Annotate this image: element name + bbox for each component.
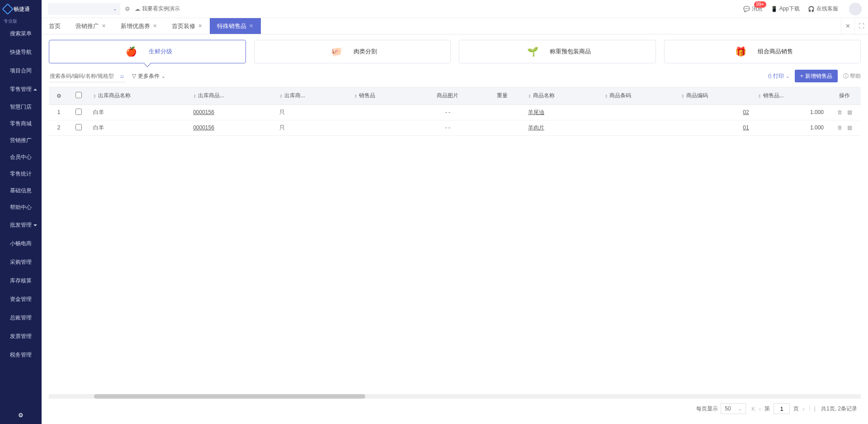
page-tab[interactable]: 首页 <box>42 18 68 34</box>
messages-button[interactable]: 💬 消息 99+ <box>743 5 763 13</box>
demo-label: 我要看实例演示 <box>142 5 180 13</box>
sidebar-item[interactable]: 发票管理 <box>0 327 42 346</box>
add-sale-item-button[interactable]: + 新增销售品 <box>795 70 838 82</box>
cell-barcode <box>600 105 677 120</box>
close-all-tabs[interactable]: ✕ <box>841 18 854 34</box>
first-page-button[interactable]: K <box>751 405 755 412</box>
sidebar-item[interactable]: 搜索菜单 <box>0 24 42 43</box>
close-icon[interactable]: ✕ <box>153 23 157 29</box>
gear-icon: ⚙ <box>18 412 24 419</box>
sidebar-sub-item[interactable]: 营销推广 <box>0 132 42 149</box>
sidebar-sub-item[interactable]: 基础信息 <box>0 182 42 199</box>
top-actions: 💬 消息 99+ 📱 App下载 🎧 在线客服 <box>743 3 862 15</box>
help-button[interactable]: ⓘ 帮助 <box>843 72 861 80</box>
chevron-down-icon: ⌄ <box>113 6 117 11</box>
avatar[interactable] <box>849 3 862 15</box>
page-tab[interactable]: 特殊销售品✕ <box>210 18 261 34</box>
category-tabs: 🍎生鲜分级🐖肉类分割🌱称重预包装商品🎁组合商品销售 <box>49 40 861 63</box>
col-header[interactable]: ▲▼商品名称 <box>524 87 600 105</box>
page-tab[interactable]: 新增优惠券✕ <box>113 18 165 34</box>
scrollbar-thumb[interactable] <box>94 394 365 399</box>
category-tab[interactable]: 🌱称重预包装商品 <box>459 40 656 63</box>
col-header[interactable]: ▲▼销售品 <box>350 87 415 105</box>
delete-icon[interactable]: 🗑 <box>837 109 843 115</box>
toolbar: ⌕ ▽ 更多条件 ⌄ ⎙ 打印 ⌄ + 新增销售品 <box>49 70 861 82</box>
sidebar-item[interactable]: 税务管理 <box>0 346 42 364</box>
horizontal-scrollbar[interactable] <box>49 394 861 399</box>
sidebar-item[interactable]: 总账管理 <box>0 309 42 327</box>
category-label: 肉类分割 <box>354 48 377 56</box>
print-button[interactable]: ⎙ 打印 ⌄ <box>768 72 789 80</box>
col-header[interactable]: ▲▼出库商品名称 <box>89 87 189 105</box>
page-summary: 共1页, 2条记录 <box>821 405 857 413</box>
app-download-button[interactable]: 📱 App下载 <box>771 5 800 13</box>
close-icon[interactable]: ✕ <box>198 23 202 29</box>
row-checkbox[interactable] <box>75 124 82 130</box>
page-size-selector[interactable]: 50 ⌄ <box>721 403 746 414</box>
filter-more[interactable]: ▽ 更多条件 ⌄ <box>132 72 165 80</box>
page-tab[interactable]: 首页装修✕ <box>165 18 210 34</box>
cell-out-unit: 只 <box>275 120 349 135</box>
sidebar-item[interactable]: 资金管理 <box>0 290 42 309</box>
cell-out-name: 白羊 <box>89 105 189 120</box>
support-button[interactable]: 🎧 在线客服 <box>808 5 838 13</box>
prev-page-button[interactable]: ‹ <box>759 405 761 412</box>
close-icon[interactable]: ✕ <box>249 23 253 29</box>
search-input[interactable] <box>49 70 126 82</box>
sidebar-item[interactable]: 批发管理 <box>0 216 42 234</box>
sidebar-sub-item[interactable]: 帮助中心 <box>0 199 42 216</box>
logo: 畅捷通 <box>0 0 42 18</box>
last-page-button[interactable]: 〉| <box>808 405 816 413</box>
sidebar-item[interactable]: 零售管理 <box>0 80 42 99</box>
col-header[interactable]: ▲▼商品编码 <box>677 87 754 105</box>
org-settings-icon[interactable]: ⚙ <box>125 5 130 12</box>
goods-name-link[interactable]: 羊肉片 <box>528 124 544 131</box>
out-code-link[interactable]: 0000156 <box>193 109 214 115</box>
col-header[interactable]: ▲▼出库商品... <box>189 87 275 105</box>
sidebar-item[interactable]: 库存核算 <box>0 272 42 290</box>
sidebar-item[interactable]: 项目合同 <box>0 62 42 80</box>
cell-img: - - <box>415 105 481 120</box>
col-header[interactable]: ▲▼商品条码 <box>600 87 677 105</box>
col-header[interactable]: 商品图片 <box>415 87 481 105</box>
close-icon[interactable]: ✕ <box>102 23 106 29</box>
main: ⌄ ⚙ 我要看实例演示 💬 消息 99+ 📱 App下载 🎧 <box>42 0 868 424</box>
print-icon: ⎙ <box>768 73 771 79</box>
demo-link[interactable]: 我要看实例演示 <box>135 5 180 13</box>
qr-icon[interactable]: ▦ <box>847 124 852 131</box>
fullscreen-button[interactable]: ⛶ <box>854 18 868 34</box>
page-input[interactable] <box>774 403 790 414</box>
goods-code-link[interactable]: 01 <box>743 124 749 131</box>
sidebar-sub-item[interactable]: 智慧门店 <box>0 99 42 115</box>
page-tab[interactable]: 营销推广✕ <box>68 18 113 34</box>
category-tab[interactable]: 🐖肉类分割 <box>254 40 451 63</box>
goods-code-link[interactable]: 02 <box>743 109 749 115</box>
delete-icon[interactable]: 🗑 <box>837 124 843 131</box>
category-tab[interactable]: 🎁组合商品销售 <box>664 40 861 63</box>
col-header[interactable]: 重量 <box>481 87 524 105</box>
goods-name-link[interactable]: 羊尾油 <box>528 109 544 115</box>
col-header[interactable]: ▲▼销售品... <box>754 87 828 105</box>
select-all-checkbox[interactable] <box>75 92 82 98</box>
qr-icon[interactable]: ▦ <box>847 109 852 115</box>
content: 🍎生鲜分级🐖肉类分割🌱称重预包装商品🎁组合商品销售 ⌕ ▽ 更多条件 ⌄ ⎙ 打… <box>42 34 868 424</box>
sidebar-item[interactable]: 小畅电商 <box>0 234 42 253</box>
sidebar-sub-item[interactable]: 会员中心 <box>0 149 42 166</box>
sidebar-item[interactable]: 快捷导航 <box>0 43 42 62</box>
org-selector[interactable]: ⌄ <box>48 3 120 15</box>
cell-goods-name: 羊尾油 <box>524 105 600 120</box>
sidebar-sub-item[interactable]: 零售统计 <box>0 166 42 182</box>
sidebar-settings[interactable]: ⚙ <box>0 406 42 424</box>
data-table: ⚙▲▼出库商品名称▲▼出库商品...▲▼出库商...▲▼销售品商品图片重量▲▼商… <box>49 87 861 136</box>
table-row: 2白羊0000156只- -羊肉片011.000🗑▦ <box>49 120 861 135</box>
search-icon[interactable]: ⌕ <box>120 72 124 79</box>
next-page-button[interactable]: › <box>802 405 804 412</box>
col-settings[interactable]: ⚙ <box>49 87 69 105</box>
sidebar-sub-item[interactable]: 零售商城 <box>0 115 42 132</box>
category-icon: 🌱 <box>524 45 542 58</box>
sidebar-item[interactable]: 采购管理 <box>0 253 42 272</box>
out-code-link[interactable]: 0000156 <box>193 124 214 131</box>
row-checkbox[interactable] <box>75 109 82 115</box>
col-header[interactable]: ▲▼出库商... <box>275 87 349 105</box>
category-tab[interactable]: 🍎生鲜分级 <box>49 40 246 63</box>
